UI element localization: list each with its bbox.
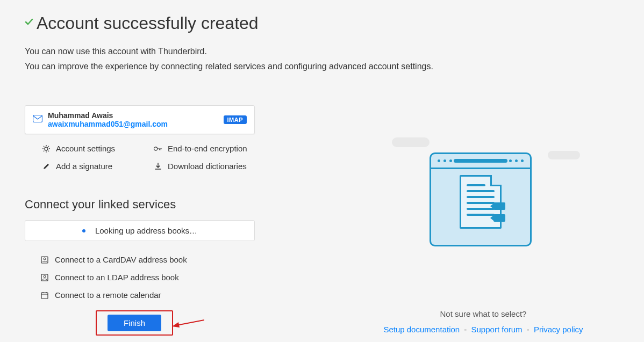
loading-text: Looking up address books…: [95, 226, 197, 235]
addressbook-icon: [41, 256, 48, 264]
annotation-highlight: Finish: [96, 310, 173, 336]
carddav-link[interactable]: Connect to a CardDAV address book: [41, 255, 315, 264]
svg-point-2: [154, 147, 157, 150]
encryption-link[interactable]: End-to-end encryption: [154, 144, 255, 153]
encryption-label: End-to-end encryption: [168, 144, 247, 153]
svg-marker-9: [172, 322, 180, 328]
calendar-icon: [41, 292, 48, 299]
help-prompt: Not sure what to select?: [440, 309, 527, 318]
dictionaries-link[interactable]: Download dictionaries: [154, 162, 255, 171]
ldap-icon: [41, 274, 48, 281]
svg-line-8: [176, 320, 204, 325]
gear-icon: [42, 144, 51, 153]
privacy-policy-link[interactable]: Privacy policy: [534, 325, 583, 334]
separator: -: [464, 325, 467, 334]
account-card: Muhammad Awais awaixmuhammad051@gmail.co…: [25, 105, 255, 134]
svg-point-6: [44, 275, 46, 278]
description-line-2: You can improve the experience by connec…: [25, 60, 619, 73]
mail-icon: [33, 115, 42, 125]
illustration: [419, 132, 548, 250]
svg-point-4: [44, 258, 46, 260]
dictionaries-label: Download dictionaries: [168, 162, 247, 171]
help-links: Setup documentation - Support forum - Pr…: [383, 325, 583, 334]
account-settings-link[interactable]: Account settings: [42, 144, 143, 153]
loading-spinner-icon: [82, 229, 85, 232]
calendar-link[interactable]: Connect to a remote calendar: [41, 290, 315, 300]
loading-status: Looking up address books…: [25, 220, 255, 241]
key-icon: [154, 144, 162, 153]
account-email[interactable]: awaixmuhammad051@gmail.com: [48, 120, 218, 128]
download-icon: [154, 162, 162, 171]
page-header: Account successfully created: [25, 13, 619, 33]
svg-rect-0: [33, 115, 42, 122]
linked-services-title: Connect your linked services: [25, 198, 315, 212]
svg-rect-7: [41, 293, 48, 299]
setup-docs-link[interactable]: Setup documentation: [383, 325, 460, 334]
ldap-link[interactable]: Connect to an LDAP address book: [41, 273, 315, 282]
description-line-1: You can now use this account with Thunde…: [25, 45, 619, 58]
calendar-label: Connect to a remote calendar: [55, 290, 161, 300]
signature-link[interactable]: Add a signature: [42, 162, 143, 171]
support-forum-link[interactable]: Support forum: [471, 325, 523, 334]
account-name: Muhammad Awais: [48, 111, 218, 120]
finish-button[interactable]: Finish: [108, 315, 161, 331]
protocol-badge: IMAP: [224, 115, 247, 124]
svg-point-1: [45, 147, 48, 150]
account-settings-label: Account settings: [56, 144, 115, 153]
ldap-label: Connect to an LDAP address book: [55, 273, 179, 282]
pencil-icon: [42, 162, 51, 171]
separator: -: [527, 325, 529, 334]
page-title: Account successfully created: [37, 13, 259, 33]
checkmark-icon: [25, 18, 33, 29]
carddav-label: Connect to a CardDAV address book: [55, 255, 187, 264]
signature-label: Add a signature: [56, 162, 112, 171]
annotation-arrow-icon: [172, 318, 204, 329]
